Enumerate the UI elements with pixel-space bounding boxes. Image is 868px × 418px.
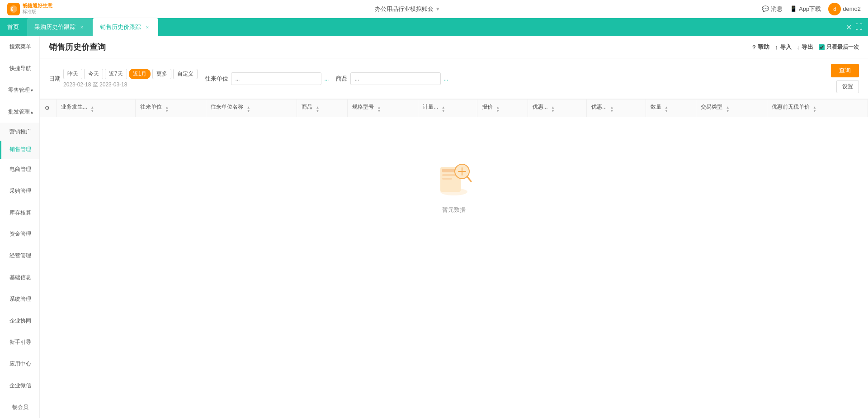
th-gear[interactable]: ⚙ [40, 100, 57, 117]
sidebar-item-label: 经营管理 [9, 252, 31, 260]
app-download-btn[interactable]: 📱 App下载 [790, 5, 821, 13]
sort-arrows-quote: ▲▼ [496, 106, 500, 113]
message-btn[interactable]: 💬 消息 [762, 5, 783, 13]
date-btn-today[interactable]: 今天 [84, 69, 103, 79]
sidebar-item-operations[interactable]: 经营管理 [0, 245, 39, 267]
tab-sales-close[interactable]: × [144, 24, 151, 31]
export-label: 导出 [802, 43, 813, 51]
sidebar-item-label: 系统管理 [9, 295, 31, 303]
content-area: 销售历史价查询 ? 帮助 ↑ 导入 ↓ 导出 [40, 36, 868, 418]
sidebar-item-ecommerce[interactable]: 电商管理 [0, 159, 39, 180]
page-title-row: 销售历史价查询 ? 帮助 ↑ 导入 ↓ 导出 [49, 42, 859, 52]
date-btn-last1month[interactable]: 近1月 [129, 69, 151, 79]
tab-bar-actions: ✕ ⛶ [846, 23, 868, 32]
sidebar-item-member[interactable]: 畅会员 [0, 396, 39, 418]
download-icon: 📱 [790, 5, 797, 12]
sidebar-item-guide[interactable]: 新手引导 [0, 332, 39, 353]
th-partner-code[interactable]: 往来单位 ▲▼ [135, 100, 206, 117]
only-last-checkbox[interactable] [819, 44, 825, 50]
sidebar-item-sales-mgmt[interactable]: 销售管理 [0, 141, 39, 159]
sort-arrows-trade-type: ▲▼ [726, 106, 730, 113]
th-pretax-price[interactable]: 优惠前无税单价 ▲▼ [767, 100, 868, 117]
sidebar-item-wholesale-mgmt[interactable]: 批发管理 ▴ [0, 101, 39, 123]
product-dots-btn[interactable]: ... [443, 76, 448, 82]
logo-main-text: 畅捷通好生意 [23, 3, 52, 9]
tab-home[interactable]: 首页 [0, 18, 26, 36]
sidebar-item-quick-nav[interactable]: 快捷导航 [0, 58, 39, 80]
th-spec[interactable]: 规格型号 ▲▼ [348, 100, 418, 117]
logo-icon: 6 [7, 3, 20, 15]
import-btn[interactable]: ↑ 导入 [775, 43, 792, 51]
sidebar-item-purchase-mgmt[interactable]: 采购管理 [0, 180, 39, 202]
empty-state: 暂元数据 [40, 117, 868, 250]
sort-arrows-discount2: ▲▼ [610, 106, 613, 113]
tab-sales-history[interactable]: 销售历史价跟踪 × [93, 18, 158, 36]
sidebar-item-label: 批发管理 [8, 108, 30, 116]
date-btn-more[interactable]: 更多 [152, 69, 171, 79]
sidebar-item-retail-mgmt[interactable]: 零售管理 ▾ [0, 80, 39, 101]
svg-rect-6 [442, 178, 452, 180]
th-quote[interactable]: 报价 ▲▼ [477, 100, 528, 117]
sidebar-item-search-menu[interactable]: 搜索菜单 [0, 36, 39, 58]
workspace-selector[interactable]: 办公用品行业模拟账套 ▾ [375, 5, 439, 13]
sidebar-item-marketing[interactable]: 营销推广 [0, 123, 39, 141]
close-tab-btn[interactable]: ✕ [846, 23, 852, 32]
filter-actions: 查询 设置 [831, 64, 859, 93]
date-btn-custom[interactable]: 自定义 [173, 69, 198, 79]
sidebar-item-app-center[interactable]: 应用中心 [0, 353, 39, 375]
sidebar-item-enterprise[interactable]: 企业协同 [0, 310, 39, 332]
sidebar-item-finance[interactable]: 资金管理 [0, 223, 39, 245]
partner-dots-btn[interactable]: ... [324, 76, 329, 82]
wholesale-arrow-icon: ▴ [31, 109, 33, 114]
user-avatar-btn[interactable]: d demo2 [828, 3, 861, 15]
sidebar-item-system-mgmt[interactable]: 系统管理 [0, 288, 39, 310]
top-bar-right: 💬 消息 📱 App下载 d demo2 [762, 3, 861, 15]
sidebar-item-label: 基础信息 [9, 274, 31, 281]
page-title-text: 销售历史价查询 [49, 42, 106, 52]
th-product[interactable]: 商品 ▲▼ [297, 100, 348, 117]
th-trade-type[interactable]: 交易类型 ▲▼ [696, 100, 767, 117]
sidebar-item-label: 应用中心 [9, 360, 31, 368]
workspace-name: 办公用品行业模拟账套 [375, 5, 434, 13]
export-btn[interactable]: ↓ 导出 [797, 43, 814, 51]
sort-arrows-discount1: ▲▼ [551, 106, 555, 113]
th-discount2[interactable]: 优惠... ▲▼ [587, 100, 646, 117]
date-btn-last7days[interactable]: 近7天 [105, 69, 127, 79]
gear-icon[interactable]: ⚙ [45, 105, 50, 111]
page-title-actions: ? 帮助 ↑ 导入 ↓ 导出 只看最后一次 [752, 43, 859, 51]
only-last-text: 只看最后一次 [826, 43, 859, 51]
top-bar: 6 畅捷通好生意 标准版 办公用品行业模拟账套 ▾ 💬 消息 📱 App下载 d… [0, 0, 868, 18]
message-label: 消息 [771, 5, 783, 13]
settings-btn[interactable]: 设置 [836, 80, 859, 93]
help-btn[interactable]: ? 帮助 [752, 43, 769, 51]
sort-arrows-spec: ▲▼ [377, 106, 381, 113]
tab-purchase-close[interactable]: × [78, 24, 85, 31]
sidebar-item-basic-info[interactable]: 基础信息 [0, 267, 39, 289]
sort-arrows-product: ▲▼ [316, 106, 320, 113]
date-filter-group: 日期 昨天 今天 近7天 近1月 更多 自定义 2023-02-18 至 202… [49, 69, 198, 89]
fullscreen-btn[interactable]: ⛶ [855, 23, 863, 31]
sort-arrows-biz-date: ▲▼ [90, 106, 94, 113]
only-last-checkbox-label[interactable]: 只看最后一次 [819, 43, 859, 51]
th-partner-name[interactable]: 往来单位名称 ▲▼ [206, 100, 297, 117]
th-biz-date[interactable]: 业务发生... ▲▼ [57, 100, 136, 117]
date-btn-yesterday[interactable]: 昨天 [63, 69, 82, 79]
sidebar-item-wechat[interactable]: 企业微信 [0, 375, 39, 397]
sidebar-item-inventory[interactable]: 库存核算 [0, 202, 39, 223]
sidebar-item-label: 搜索菜单 [9, 43, 31, 51]
partner-input[interactable] [231, 72, 321, 85]
sort-arrows-quantity: ▲▼ [665, 106, 668, 113]
table-header-row: ⚙ 业务发生... ▲▼ 往来单位 ▲▼ 往来单位名称 ▲▼ [40, 100, 868, 117]
sidebar: 搜索菜单 快捷导航 零售管理 ▾ 批发管理 ▴ 营销推广 销售管理 电商管理 采… [0, 36, 40, 418]
th-quantity[interactable]: 数量 ▲▼ [646, 100, 696, 117]
th-unit[interactable]: 计量... ▲▼ [418, 100, 477, 117]
workspace-dropdown-icon[interactable]: ▾ [436, 5, 439, 12]
product-input[interactable] [350, 72, 441, 85]
sidebar-sub-label: 销售管理 [9, 146, 31, 153]
logo-area: 6 畅捷通好生意 标准版 [7, 3, 52, 15]
query-btn[interactable]: 查询 [831, 64, 859, 77]
th-discount1[interactable]: 优惠... ▲▼ [528, 100, 586, 117]
sidebar-item-label: 电商管理 [9, 166, 31, 173]
sort-arrows-partner-code: ▲▼ [165, 106, 169, 113]
tab-purchase-history[interactable]: 采购历史价跟踪 × [27, 18, 93, 36]
